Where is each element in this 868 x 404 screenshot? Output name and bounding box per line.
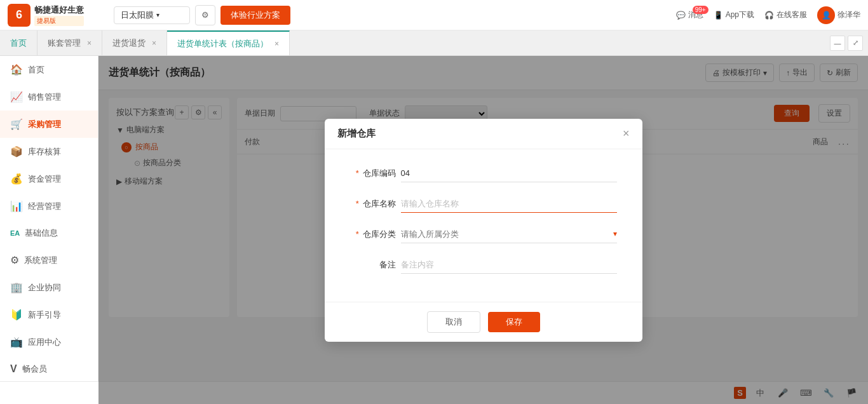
main-layout: 🏠 首页 📈 销售管理 🛒 采购管理 📦 库存核算 💰 资金管理 📊 经营管理 …: [0, 56, 868, 404]
sidebar-item-member[interactable]: V 畅会员: [0, 356, 98, 382]
sidebar-basic-info-label: 基础信息: [25, 227, 58, 239]
purchase-stats-tab-label: 进货单统计表（按商品）: [177, 38, 268, 50]
notes-label-text: 备注: [379, 260, 396, 269]
gear-icon: ⚙: [201, 10, 209, 20]
sidebar-item-purchase[interactable]: 🛒 采购管理: [0, 111, 98, 138]
sidebar-enterprise-label: 企业协同: [28, 282, 61, 293]
inventory-icon: 📦: [10, 145, 23, 158]
app-center-icon: 📺: [10, 336, 23, 348]
tab-account-management[interactable]: 账套管理 ×: [37, 30, 102, 55]
message-badge: 99+: [693, 6, 709, 14]
sidebar-app-center-label: 应用中心: [28, 337, 61, 348]
top-header: 6 畅捷通好生意 捷易版 日太阳膜 ▾ ⚙ 体验行业方案 💬 消息 99+ 📱 …: [0, 0, 868, 30]
modal-close-button[interactable]: ×: [623, 128, 630, 139]
warehouse-category-input[interactable]: [401, 229, 613, 239]
form-row-notes: 备注: [350, 256, 617, 274]
warehouse-category-label: * 仓库分类: [350, 229, 401, 240]
purchase-icon: 🛒: [10, 118, 23, 130]
sidebar-item-sales[interactable]: 📈 销售管理: [0, 83, 98, 111]
header-right: 💬 消息 99+ 📱 App下载 🎧 在线客服 👤 徐泽华: [676, 6, 860, 24]
required-mark: *: [356, 168, 359, 178]
sidebar-operations-label: 经营管理: [28, 201, 61, 212]
operations-icon: 📊: [10, 200, 23, 212]
warehouse-code-label: * 仓库编码: [350, 168, 401, 179]
store-name: 日太阳膜: [121, 10, 154, 21]
settings-gear-button[interactable]: ⚙: [195, 5, 215, 25]
sidebar-guide-label: 新手引导: [28, 309, 61, 321]
tab-purchase-return[interactable]: 进货退货 ×: [102, 30, 167, 55]
form-row-warehouse-name: * 仓库名称: [350, 195, 617, 213]
system-icon: ⚙: [10, 254, 19, 266]
user-profile[interactable]: 👤 徐泽华: [817, 6, 860, 24]
modal-overlay: 新增仓库 × * 仓库编码 *: [98, 56, 868, 404]
purchase-return-tab-label: 进货退货: [112, 37, 146, 49]
warehouse-code-input[interactable]: [401, 165, 617, 182]
sidebar-item-system[interactable]: ⚙ 系统管理: [0, 246, 98, 274]
logo-subtitle: 捷易版: [34, 16, 84, 26]
trial-button[interactable]: 体验行业方案: [220, 6, 290, 25]
member-icon: V: [10, 363, 17, 375]
phone-icon: 📱: [714, 11, 723, 20]
account-tab-label: 账套管理: [48, 37, 81, 49]
sidebar-item-finance[interactable]: 💰 资金管理: [0, 165, 98, 192]
app-download-label: App下载: [726, 10, 754, 20]
sidebar-finance-label: 资金管理: [28, 173, 61, 185]
tab-close-icon[interactable]: ×: [87, 39, 92, 48]
sidebar-item-guide[interactable]: 🔰 新手引导: [0, 301, 98, 328]
sidebar-item-basic-info[interactable]: EA 基础信息: [0, 220, 98, 246]
tab-home[interactable]: 首页: [0, 30, 37, 55]
sidebar-sales-label: 销售管理: [28, 91, 61, 103]
required-mark-3: *: [356, 229, 359, 239]
chevron-down-icon: ▾: [156, 11, 159, 18]
app-download-button[interactable]: 📱 App下载: [714, 10, 754, 20]
user-avatar: 👤: [817, 6, 835, 24]
modal-header: 新增仓库 ×: [325, 119, 642, 149]
sidebar-item-app-center[interactable]: 📺 应用中心: [0, 328, 98, 356]
warehouse-name-label: * 仓库名称: [350, 198, 401, 210]
headset-icon: 🎧: [764, 11, 774, 20]
sales-icon: 📈: [10, 91, 23, 103]
sidebar-home-label: 首页: [28, 64, 44, 76]
notes-input[interactable]: [401, 256, 617, 274]
sidebar: 🏠 首页 📈 销售管理 🛒 采购管理 📦 库存核算 💰 资金管理 📊 经营管理 …: [0, 56, 98, 404]
sidebar-item-inventory[interactable]: 📦 库存核算: [0, 138, 98, 165]
enterprise-icon: 🏢: [10, 281, 23, 293]
warehouse-category-select-row: ▾: [401, 226, 617, 243]
online-service-button[interactable]: 🎧 在线客服: [764, 10, 807, 20]
guide-icon: 🔰: [10, 309, 23, 321]
sidebar-item-enterprise[interactable]: 🏢 企业协同: [0, 274, 98, 301]
avatar-icon: 👤: [822, 11, 831, 20]
modal-add-warehouse: 新增仓库 × * 仓库编码 *: [325, 119, 642, 342]
message-button[interactable]: 💬 消息 99+: [676, 10, 703, 20]
sidebar-purchase-label: 采购管理: [28, 119, 61, 130]
message-icon: 💬: [676, 11, 686, 20]
sidebar-system-label: 系统管理: [24, 255, 57, 266]
tab-controls: — ⤢: [825, 30, 868, 55]
tab-purchase-statistics[interactable]: 进货单统计表（按商品） ×: [167, 30, 290, 55]
header-middle: 日太阳膜 ▾ ⚙ 体验行业方案: [106, 5, 676, 25]
cancel-button[interactable]: 取消: [427, 311, 480, 333]
sidebar-item-operations[interactable]: 📊 经营管理: [0, 192, 98, 220]
sidebar-member-label: 畅会员: [22, 363, 47, 375]
tab-bar: 首页 账套管理 × 进货退货 × 进货单统计表（按商品） × — ⤢: [0, 30, 868, 56]
tab-close-icon[interactable]: ×: [152, 39, 156, 48]
finance-icon: 💰: [10, 173, 23, 185]
required-mark-2: *: [356, 199, 359, 208]
username: 徐泽华: [837, 10, 860, 20]
app-logo-icon: 6: [8, 4, 31, 27]
save-button[interactable]: 保存: [488, 312, 540, 332]
tab-expand-button[interactable]: ⤢: [848, 36, 863, 51]
tab-spacer: [290, 30, 825, 55]
modal-footer: 取消 保存: [325, 302, 642, 342]
sidebar-item-home[interactable]: 🏠 首页: [0, 56, 98, 83]
modal-body: * 仓库编码 * 仓库名称: [325, 149, 642, 302]
store-selector[interactable]: 日太阳膜 ▾: [114, 6, 190, 24]
warehouse-code-label-text: 仓库编码: [363, 168, 396, 178]
home-icon: 🏠: [10, 64, 23, 76]
warehouse-name-label-text: 仓库名称: [363, 199, 396, 208]
warehouse-name-input[interactable]: [401, 195, 617, 213]
logo-title: 畅捷通好生意: [34, 4, 84, 16]
tab-close-icon[interactable]: ×: [275, 39, 279, 48]
content-area: 进货单统计（按商品） 🖨 按模板打印 ▾ ↑ 导出 ↻ 刷新: [98, 56, 868, 404]
tab-minimize-button[interactable]: —: [830, 36, 845, 51]
